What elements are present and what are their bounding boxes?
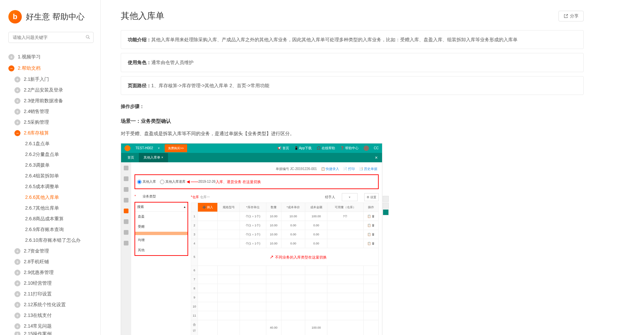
ss-nav-icon (124, 230, 128, 235)
annotation-text: ↗ 不同业务的入库类型在这里切换 (199, 249, 377, 264)
ss-buy-button: 免费购买>> (165, 144, 187, 152)
ss-nav-icon (124, 166, 128, 170)
nav-sub-item[interactable]: +2.13在线支付 (14, 310, 94, 321)
minus-icon: − (8, 65, 14, 71)
share-icon (564, 14, 568, 18)
ss-radio-in (137, 180, 142, 184)
nav-list: +1.视频学习 −2.帮助文档 +2.1新手入门 +2.2产品安装及登录 +2.… (8, 51, 94, 335)
role-box: 使用角色：通常由仓管人员维护 (121, 53, 584, 72)
plus-icon: + (14, 76, 20, 82)
nav-leaf[interactable]: 2.6.5成本调整单 (22, 181, 94, 192)
nav-sub-item[interactable]: +2.8手机旺铺 (14, 257, 94, 267)
ss-nav-icon (124, 198, 128, 203)
plus-icon: + (14, 280, 20, 286)
nav-sub-item[interactable]: +2.10经营管理 (14, 278, 94, 289)
nav-sub-item[interactable]: +2.14常见问题 (14, 321, 94, 332)
embedded-screenshot: TEST-H002 ▾ 免费购买>> 📢 首页 📱 App下载 🎧 在线帮助 ❓… (121, 143, 382, 335)
nav-sub-item[interactable]: +2.9优惠券管理 (14, 267, 94, 278)
ss-logo-icon (124, 145, 130, 151)
search-icon[interactable] (86, 35, 90, 40)
logo: b 好生意 帮助中心 (8, 10, 94, 23)
plus-icon: + (14, 291, 20, 297)
ss-dropdown: 搜索▴ 盘盈 受赠 均增 其他 (135, 202, 188, 256)
ss-nav-icon (124, 219, 128, 224)
plus-icon: + (14, 109, 20, 115)
plus-icon: + (14, 313, 20, 319)
share-button[interactable]: 分享 (558, 11, 584, 21)
plus-icon: + (14, 302, 20, 308)
ss-tab-active: 其他入库单 × (139, 153, 168, 162)
plus-icon: + (14, 87, 20, 93)
nav-leaf[interactable]: 2.6.10库存账本错了怎么办 (22, 235, 94, 246)
nav-sub-item-inventory[interactable]: −2.6库存核算 (14, 128, 94, 138)
svg-line-1 (89, 38, 90, 39)
ss-table: ➕ 插入 规格型号 *库存单位 数量 *成本单价 成本金额 可用量（仓库） 操作 (191, 203, 379, 335)
nav-sub-item[interactable]: +2.15操作案例 (14, 332, 94, 335)
scene1-title: 场景一：业务类型确认 (121, 116, 584, 126)
content-section: 操作步骤： 场景一：业务类型确认 对于受赠、盘盈或是拆装入库等不同的业务，是通过… (121, 102, 584, 335)
nav-leaf-current[interactable]: 2.6.6其他入库单 (22, 192, 94, 203)
nav-leaf[interactable]: 2.6.9库存账本查询 (22, 224, 94, 235)
annotation-text: 入库、退货业务 在这里切换 (216, 178, 261, 185)
nav-leaf[interactable]: 2.6.8商品成本重算 (22, 214, 94, 224)
sidebar: b 好生意 帮助中心 +1.视频学习 −2.帮助文档 +2.1新手入门 +2.2… (0, 0, 101, 335)
ss-radio-return (160, 180, 164, 184)
ss-tool-icon (383, 209, 389, 215)
ss-tab: 首页 (123, 153, 139, 162)
path-box: 页面路径：1、库存核算->库存管理->其他入库单 2、首页->常用功能 (121, 76, 584, 95)
nav-sub-item[interactable]: +2.5采购管理 (14, 117, 94, 128)
logo-icon: b (8, 10, 22, 23)
nav-sub-item[interactable]: +2.12系统个性化设置 (14, 299, 94, 310)
ss-nav-icon (124, 241, 128, 245)
search-box (8, 32, 94, 43)
annotation-arrow-icon: ◄── (185, 176, 199, 187)
nav-leaf[interactable]: 2.6.2分量盘点单 (22, 149, 94, 160)
minus-icon: − (14, 130, 20, 136)
plus-icon: + (14, 259, 20, 265)
page-title: 其他入库单 (121, 10, 164, 22)
plus-icon: + (14, 119, 20, 125)
scene1-text: 对于受赠、盘盈或是拆装入库等不同的业务，是通过单据头【业务类型】进行区分。 (121, 129, 584, 138)
ss-nav-icon (124, 176, 128, 181)
ss-nav-icon (124, 187, 128, 192)
site-title: 好生意 帮助中心 (26, 11, 85, 22)
nav-sub-item[interactable]: +2.11打印设置 (14, 289, 94, 299)
plus-icon: + (14, 98, 20, 104)
ss-tool-icon (383, 196, 389, 202)
main-content: 其他入库单 分享 功能介绍：其他入库单用来处理除采购入库、产成品入库之外的其他入… (101, 0, 604, 335)
ss-tool-icon (383, 203, 389, 209)
nav-sub-item[interactable]: +2.2产品安装及登录 (14, 85, 94, 96)
nav-leaf[interactable]: 2.6.4组装拆卸单 (22, 171, 94, 181)
svg-point-0 (86, 35, 89, 38)
plus-icon: + (14, 248, 20, 254)
nav-leaf[interactable]: 2.6.1盘点单 (22, 138, 94, 149)
nav-sub-item[interactable]: +2.1新手入门 (14, 74, 94, 85)
nav-leaf[interactable]: 2.6.7其他出库单 (22, 203, 94, 214)
plus-icon: + (14, 332, 20, 335)
plus-icon: + (14, 270, 20, 276)
plus-icon: + (8, 54, 14, 60)
nav-sub-item[interactable]: +2.3使用前数据准备 (14, 96, 94, 106)
nav-item-docs[interactable]: −2.帮助文档 (8, 63, 94, 74)
ss-nav-icon-active (124, 209, 128, 213)
plus-icon: + (14, 323, 20, 329)
nav-item-video[interactable]: +1.视频学习 (8, 51, 94, 63)
intro-box: 功能介绍：其他入库单用来处理除采购入库、产成品入库之外的其他入库业务，因此其他入… (121, 30, 584, 49)
nav-leaf[interactable]: 2.6.3调拨单 (22, 160, 94, 171)
search-input[interactable] (8, 32, 94, 43)
nav-sub-item[interactable]: +2.7资金管理 (14, 246, 94, 257)
nav-sub-item[interactable]: +2.4销售管理 (14, 106, 94, 117)
